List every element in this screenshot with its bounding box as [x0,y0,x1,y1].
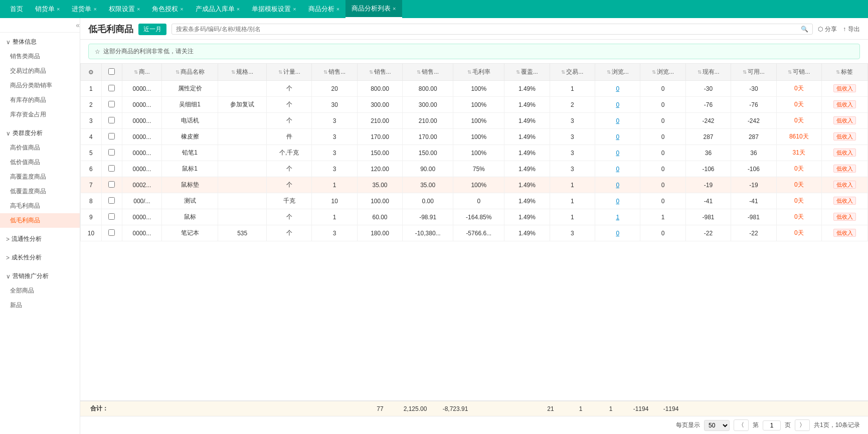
sidebar-item-低价值商品[interactable]: 低价值商品 [0,155,80,170]
col-header-tag[interactable]: ⇅标签 [821,64,867,81]
nav-item-角色授权[interactable]: 角色授权 × [146,0,189,18]
nav-item-商品分析列表[interactable]: 商品分析列表 × [345,0,402,18]
col-header-current_stock[interactable]: ⇅现有... [685,64,731,81]
sidebar-item-新品[interactable]: 新品 [0,298,80,313]
cell-checkbox [101,225,122,241]
browse-link[interactable]: 0 [616,182,619,189]
nav-close-icon[interactable]: × [93,6,96,12]
row-checkbox[interactable] [108,117,115,123]
row-checkbox[interactable] [108,101,115,107]
nav-item-权限设置[interactable]: 权限设置 × [103,0,146,18]
nav-close-icon[interactable]: × [57,6,60,12]
nav-item-单据模板设置[interactable]: 单据模板设置 × [246,0,302,18]
row-checkbox[interactable] [108,197,115,204]
cell-transaction: 1 [550,177,595,193]
nav-close-icon[interactable]: × [293,6,296,12]
nav-close-icon[interactable]: × [336,6,339,12]
sidebar-item-销售类商品[interactable]: 销售类商品 [0,49,80,64]
table-container[interactable]: ⚙⇅商...⇅商品名称⇅规格...⇅计量...⇅销售...⇅销售...⇅销售..… [80,63,868,400]
col-header-name[interactable]: ⇅商品名称 [161,64,218,81]
sidebar-item-高覆盖度商品[interactable]: 高覆盖度商品 [0,170,80,184]
nav-close-icon[interactable]: × [137,6,140,12]
sidebar-group-label-1: 类群度分析 [13,129,43,137]
browse-link[interactable]: 0 [616,101,619,108]
col-label-browse1: 浏览... [612,68,629,76]
col-header-unit[interactable]: ⇅计量... [267,64,312,81]
col-header-browse2[interactable]: ⇅浏览... [640,64,685,81]
sidebar-group-header-2[interactable]: >流通性分析 [0,232,80,246]
sidebar-group-arrow-2: > [6,236,10,243]
prev-page-button[interactable]: 〈 [734,419,749,431]
row-checkbox[interactable] [108,133,115,139]
filter-button[interactable]: 近一月 [138,24,166,35]
warning-icon: ☆ [95,48,100,55]
nav-item-销货单[interactable]: 销货单 × [29,0,66,18]
col-header-sales_amount[interactable]: ⇅销售... [357,64,402,81]
total-browse2: 1 [596,405,626,412]
browse-link[interactable]: 0 [616,85,619,92]
row-checkbox[interactable] [108,149,115,156]
main-layout: «∨整体信息销售类商品交易过的商品商品分类助销率有库存的商品库存资金占用∨类群度… [0,18,868,434]
row-checkbox[interactable] [108,229,115,236]
browse-link[interactable]: 0 [616,150,619,157]
browse-link[interactable]: 0 [616,230,619,237]
sidebar-item-高价值商品[interactable]: 高价值商品 [0,140,80,155]
nav-close-icon[interactable]: × [393,6,396,12]
nav-item-商品分析[interactable]: 商品分析 × [302,0,345,18]
page-number-input[interactable] [763,420,781,430]
per-page-select[interactable]: 50 100 200 [704,420,730,431]
next-page-button[interactable]: 〉 [795,419,810,431]
sidebar-collapse-button[interactable]: « [0,18,80,33]
col-header-spec[interactable]: ⇅规格... [218,64,267,81]
sidebar-item-低毛利商品[interactable]: 低毛利商品 [0,213,80,228]
col-label-transaction: 交易... [566,68,583,76]
sidebar-item-交易过的商品[interactable]: 交易过的商品 [0,64,80,78]
sidebar-item-有库存的商品[interactable]: 有库存的商品 [0,93,80,107]
nav-close-icon[interactable]: × [180,6,183,12]
select-all-checkbox[interactable] [108,68,115,75]
cell-transaction: 3 [550,225,595,241]
tag-badge: 低收入 [833,84,856,92]
col-header-gross_rate[interactable]: ⇅毛利率 [453,64,504,81]
sidebar-item-库存资金占用[interactable]: 库存资金占用 [0,107,80,122]
cell-spec [218,129,267,145]
browse-link[interactable]: 0 [616,117,619,124]
row-checkbox[interactable] [108,213,115,220]
nav-item-产成品入库单[interactable]: 产成品入库单 × [190,0,246,18]
row-checkbox[interactable] [108,181,115,188]
row-checkbox[interactable] [108,165,115,172]
nav-item-进货单[interactable]: 进货单 × [66,0,102,18]
share-icon: ⬡ [818,26,823,33]
col-header-browse1[interactable]: ⇅浏览... [595,64,640,81]
row-checkbox[interactable] [108,85,115,91]
settings-icon[interactable]: ⚙ [88,69,94,76]
search-icon[interactable]: 🔍 [801,26,808,33]
col-header-transaction[interactable]: ⇅交易... [550,64,595,81]
sidebar-group-header-1[interactable]: ∨类群度分析 [0,126,80,140]
sidebar-item-全部商品[interactable]: 全部商品 [0,283,80,298]
th-inner-sales_profit: ⇅销售... [406,68,450,76]
col-header-coverage[interactable]: ⇅覆盖... [504,64,550,81]
nav-item-首页[interactable]: 首页 [4,0,29,18]
sidebar-item-商品分类助销率[interactable]: 商品分类助销率 [0,78,80,93]
col-header-sellable_days[interactable]: ⇅可销... [776,64,821,81]
col-header-code[interactable]: ⇅商... [122,64,162,81]
share-button[interactable]: ⬡ 分享 [818,25,837,34]
sidebar-item-低覆盖度商品[interactable]: 低覆盖度商品 [0,184,80,199]
browse-link[interactable]: 0 [616,166,619,173]
sidebar-item-高毛利商品[interactable]: 高毛利商品 [0,199,80,213]
nav-close-icon[interactable]: × [237,6,240,12]
col-header-sales_qty[interactable]: ⇅销售... [312,64,357,81]
search-input[interactable] [176,26,799,33]
col-header-available_stock[interactable]: ⇅可用... [731,64,776,81]
export-button[interactable]: ↑ 导出 [843,25,860,34]
browse-link[interactable]: 0 [616,198,619,205]
cell-current_stock: -242 [685,113,731,129]
browse-link[interactable]: 0 [616,133,619,140]
sidebar-group-header-0[interactable]: ∨整体信息 [0,35,80,49]
sidebar-group-header-4[interactable]: ∨营销推广分析 [0,269,80,283]
browse-link[interactable]: 1 [616,214,619,221]
sidebar-group-header-3[interactable]: >成长性分析 [0,250,80,265]
col-header-sales_profit[interactable]: ⇅销售... [403,64,453,81]
th-inner-browse2: ⇅浏览... [643,68,682,76]
